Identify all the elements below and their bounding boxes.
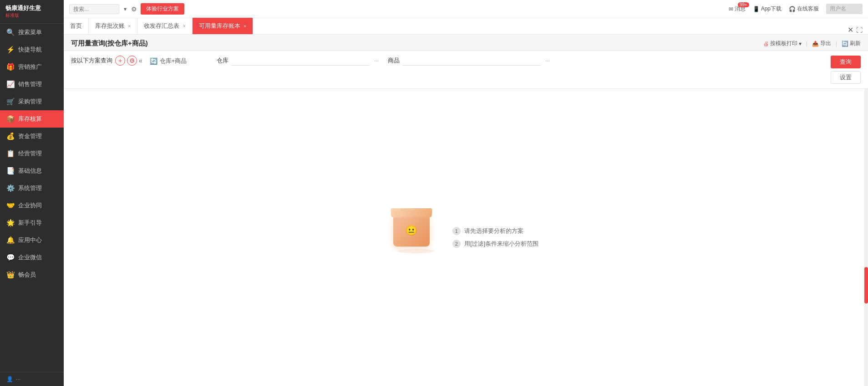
filter-btns: + ⚙ « (115, 56, 142, 66)
app-icon: 📱 (753, 6, 760, 12)
tab-home[interactable]: 首页 (64, 18, 89, 34)
empty-box: 😐 (393, 215, 430, 247)
filter-settings-btn[interactable]: 设置 (831, 71, 861, 84)
scheme-icon: 🔄 (150, 57, 157, 65)
right-scrollbar[interactable] (864, 89, 868, 386)
sidebar-item-inventory[interactable]: 📦库存核算 (0, 110, 64, 128)
empty-icon-wrapper: 😐 (393, 215, 439, 260)
product-more-btn[interactable]: ··· (543, 57, 552, 64)
print-dropdown-icon: ▾ (799, 41, 802, 47)
tab-label-summary: 收发存汇总表 (144, 22, 179, 30)
sidebar-label-enterprise: 企业协同 (18, 201, 42, 210)
tab-close-available[interactable]: × (244, 23, 246, 29)
print-icon: 🖨 (763, 41, 769, 47)
sidebar-item-search[interactable]: 🔍搜索菜单 (0, 24, 64, 41)
tab-label-available: 可用量库存账本 (199, 22, 240, 30)
sidebar-logo: 畅康通好生意 标准版 (0, 0, 64, 24)
sidebar-item-wecom[interactable]: 💬企业微信 (0, 249, 64, 266)
refresh-icon: 🔄 (842, 41, 848, 47)
sidebar: 畅康通好生意 标准版 🔍搜索菜单⚡快捷导航🎁营销推广📈销售管理🛒采购管理📦库存核… (0, 0, 64, 386)
page-header-actions: 🖨 按模板打印 ▾ | 📤 导出 | 🔄 刷新 (763, 40, 861, 47)
query-btn[interactable]: 查询 (831, 56, 861, 68)
tab-close-summary[interactable]: × (183, 23, 185, 29)
trial-industry-btn[interactable]: 体验行业方案 (141, 3, 184, 15)
sidebar-bottom-user[interactable]: 👤 ··· (0, 372, 64, 386)
scrollbar-thumb (864, 267, 868, 304)
sidebar-item-sales[interactable]: 📈销售管理 (0, 76, 64, 93)
filter-collapse-btn[interactable]: « (139, 57, 142, 64)
empty-tip-1: 1 请先选择要分析的方案 (452, 227, 538, 235)
tip-num-1: 1 (452, 227, 461, 235)
sidebar-item-finance[interactable]: 💰资金管理 (0, 128, 64, 145)
sidebar-item-quicknav[interactable]: ⚡快捷导航 (0, 41, 64, 58)
app-version: 标准版 (5, 12, 58, 19)
tab-label-home: 首页 (70, 22, 82, 30)
filter-scheme-item[interactable]: 🔄 仓库+商品 (145, 56, 192, 67)
sidebar-item-marketing[interactable]: 🎁营销推广 (0, 58, 64, 76)
tabs-bar-right: ✕ ⛶ (842, 26, 868, 34)
product-label: 商品 (388, 57, 400, 65)
sidebar-label-search: 搜索菜单 (18, 28, 42, 36)
tab-summary[interactable]: 收发存汇总表× (137, 18, 192, 34)
content-area: 😐 1 请先选择要分析的方案 2 用[过滤]条件来缩小分析范围 (64, 89, 868, 386)
sidebar-icon-marketing: 🎁 (6, 63, 15, 71)
search-area: ▾ ⚙ (69, 4, 137, 14)
close-tab-btn[interactable]: ✕ (848, 26, 853, 34)
sidebar-item-member[interactable]: 👑畅会员 (0, 266, 64, 283)
filter-label: 按以下方案查询 (71, 56, 112, 65)
topbar: ▾ ⚙ 体验行业方案 ✉ 消息 99+ 📱 App下载 🎧 在线客服 用户名 (64, 0, 868, 18)
topbar-gear-btn[interactable]: ⚙ (131, 5, 137, 13)
warehouse-more-btn[interactable]: ··· (372, 57, 381, 64)
message-btn[interactable]: ✉ 消息 99+ (729, 5, 746, 13)
export-btn[interactable]: 📤 导出 (812, 40, 831, 47)
tab-available[interactable]: 可用量库存账本× (193, 18, 253, 34)
sidebar-icon-appcenter: 🔔 (6, 236, 15, 244)
topbar-search-input[interactable] (69, 4, 119, 14)
sidebar-label-basic: 基础信息 (18, 167, 42, 175)
filter-field-warehouse: 仓库 ··· (217, 56, 381, 66)
filter-fields: 仓库 ··· 商品 ··· (208, 56, 823, 66)
sidebar-label-inventory: 库存核算 (18, 115, 42, 123)
sidebar-icon-member: 👑 (6, 271, 15, 279)
filter-field-product: 商品 ··· (388, 56, 552, 66)
topbar-dropdown-btn[interactable]: ▾ (122, 5, 128, 13)
sidebar-item-operations[interactable]: 📋经营管理 (0, 145, 64, 162)
sidebar-item-appcenter[interactable]: 🔔应用中心 (0, 232, 64, 249)
message-icon: ✉ (729, 6, 733, 12)
user-info[interactable]: 用户名 (826, 4, 863, 14)
sidebar-label-appcenter: 应用中心 (18, 236, 42, 244)
sidebar-icon-search: 🔍 (6, 28, 15, 36)
tab-close-batch[interactable]: × (128, 23, 131, 29)
sidebar-item-guide[interactable]: 🌟新手引导 (0, 214, 64, 232)
sidebar-item-system[interactable]: ⚙️系统管理 (0, 180, 64, 197)
sidebar-icon-inventory: 📦 (6, 115, 15, 123)
refresh-btn[interactable]: 🔄 刷新 (842, 40, 861, 47)
app-download-btn[interactable]: 📱 App下载 (753, 5, 782, 13)
sidebar-label-finance: 资金管理 (18, 132, 42, 140)
filter-config-btn[interactable]: ⚙ (127, 56, 137, 66)
sidebar-label-purchase: 采购管理 (18, 98, 42, 106)
warehouse-input[interactable] (231, 56, 370, 66)
tab-batch[interactable]: 库存批次账× (89, 18, 137, 34)
online-service-btn[interactable]: 🎧 在线客服 (789, 5, 819, 13)
app-name: 畅康通好生意 (5, 5, 58, 12)
expand-btn[interactable]: ⛶ (856, 26, 863, 34)
export-icon: 📤 (812, 41, 819, 47)
empty-shadow (398, 249, 434, 253)
filter-add-btn[interactable]: + (115, 56, 125, 66)
sidebar-item-purchase[interactable]: 🛒采购管理 (0, 93, 64, 110)
sidebar-icon-sales: 📈 (6, 80, 15, 88)
sidebar-icon-basic: 📑 (6, 167, 15, 175)
tabs-bar: 首页库存批次账×收发存汇总表×可用量库存账本× ✕ ⛶ (64, 18, 868, 35)
sidebar-item-basic[interactable]: 📑基础信息 (0, 162, 64, 180)
product-input[interactable] (402, 56, 541, 66)
tab-label-batch: 库存批次账 (95, 22, 125, 30)
tip-text-2: 用[过滤]条件来缩小分析范围 (464, 240, 538, 248)
sidebar-item-enterprise[interactable]: 🤝企业协同 (0, 197, 64, 214)
sidebar-icon-system: ⚙️ (6, 184, 15, 192)
warehouse-label: 仓库 (217, 57, 228, 65)
sidebar-label-quicknav: 快捷导航 (18, 46, 42, 54)
print-btn[interactable]: 🖨 按模板打印 ▾ (763, 40, 802, 47)
tip-num-2: 2 (452, 240, 461, 248)
filter-right-actions: 查询 设置 (823, 56, 861, 84)
